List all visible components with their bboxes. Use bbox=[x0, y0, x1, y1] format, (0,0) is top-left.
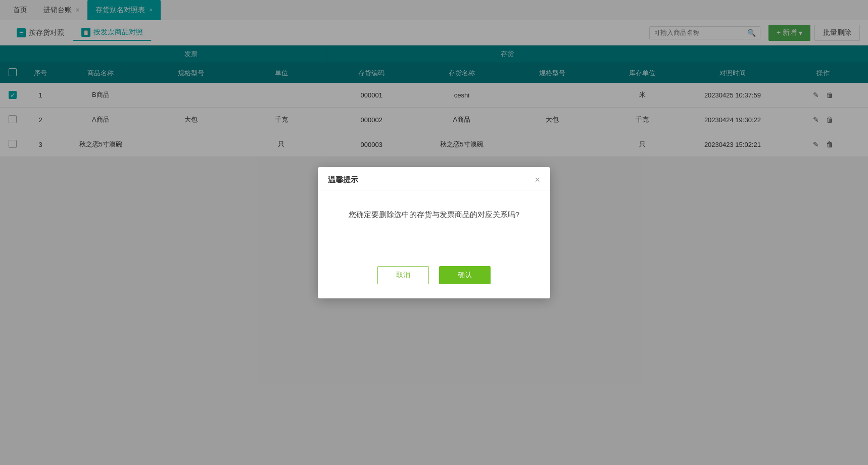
modal-overlay: 温馨提示 × 您确定要删除选中的存货与发票商品的对应关系吗? 取消 确认 bbox=[0, 0, 868, 157]
